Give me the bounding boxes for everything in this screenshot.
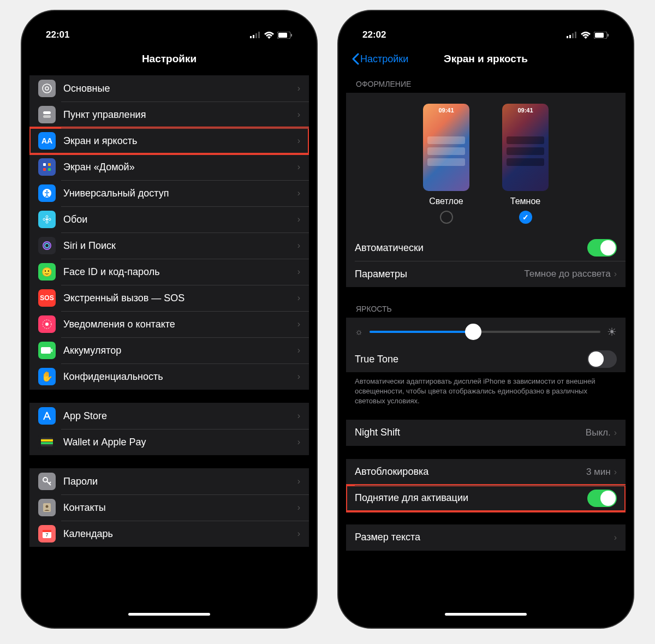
cal-icon: 7 [38, 525, 56, 542]
row-label: Уведомления о контакте [63, 319, 297, 330]
home-indicator[interactable] [445, 613, 527, 616]
access-icon [38, 184, 56, 202]
dark-radio[interactable] [519, 211, 532, 224]
svg-rect-40 [575, 32, 576, 38]
svg-rect-9 [43, 111, 51, 114]
status-indicators [250, 32, 293, 39]
textsize-cell[interactable]: Размер текста › [346, 524, 626, 551]
svg-point-21 [49, 218, 51, 220]
automatic-label: Автоматически [355, 242, 587, 254]
chevron-right-icon: › [297, 136, 300, 146]
svg-point-16 [46, 190, 48, 192]
svg-rect-0 [250, 36, 252, 38]
nav-bar: Настройки [29, 46, 309, 72]
truetone-cell[interactable]: True Tone [346, 346, 626, 372]
settings-row-экстренный-вызов-sos[interactable]: SOSЭкстренный вызов — SOS› [29, 285, 309, 311]
truetone-switch[interactable] [587, 350, 617, 368]
nightshift-cell[interactable]: Night Shift Выкл. › [346, 420, 626, 446]
back-label: Настройки [360, 53, 408, 65]
battery-icon [594, 32, 609, 39]
light-label: Светлое [423, 196, 469, 206]
svg-rect-6 [291, 34, 292, 37]
wifi-icon [264, 32, 274, 39]
autolock-cell[interactable]: Автоблокировка 3 мин › [346, 459, 626, 485]
settings-row-siri-и-поиск[interactable]: Siri и Поиск› [29, 232, 309, 259]
settings-row-уведомления-о-контакте[interactable]: Уведомления о контакте› [29, 311, 309, 337]
battery-icon [38, 342, 56, 359]
screen-right: 22:02 Настройки Экран и яркость ОФОРМЛЕН… [346, 19, 626, 620]
grid-icon [38, 158, 56, 176]
svg-point-19 [46, 221, 48, 223]
svg-rect-38 [569, 35, 571, 38]
svg-rect-2 [255, 33, 257, 38]
automatic-cell[interactable]: Автоматически [346, 235, 626, 261]
light-radio[interactable] [440, 211, 453, 224]
svg-rect-30 [41, 442, 53, 444]
settings-row-универсальный-доступ[interactable]: Универсальный доступ› [29, 180, 309, 206]
settings-row-face-id-и-код-пароль[interactable]: 🙂Face ID и код-пароль› [29, 259, 309, 285]
display-content[interactable]: ОФОРМЛЕНИЕ 09:41 Светлое 09:41 [346, 72, 626, 620]
settings-row-экран-домой-[interactable]: Экран «Домой»› [29, 154, 309, 180]
settings-row-пароли[interactable]: Пароли› [29, 468, 309, 494]
settings-row-пункт-управления[interactable]: Пункт управления› [29, 102, 309, 128]
dots-icon [38, 315, 56, 333]
row-label: Основные [63, 83, 297, 94]
chevron-right-icon: › [297, 503, 300, 512]
raise-to-wake-cell[interactable]: Поднятие для активации [346, 485, 626, 511]
appearance-dark-option[interactable]: 09:41 Темное [502, 104, 549, 224]
options-cell[interactable]: Параметры Темное до рассвета › [346, 261, 626, 287]
textsize-label: Размер текста [355, 532, 614, 543]
raise-to-wake-label: Поднятие для активации [355, 492, 587, 504]
svg-rect-5 [278, 33, 287, 38]
settings-row-экран-и-яркость[interactable]: AAЭкран и яркость› [29, 128, 309, 154]
cellular-icon [250, 32, 261, 38]
svg-point-25 [45, 323, 49, 326]
svg-text:7: 7 [45, 532, 48, 538]
appearance-light-option[interactable]: 09:41 Светлое [423, 104, 469, 224]
hand-icon: ✋ [38, 368, 56, 385]
nav-title: Экран и яркость [444, 53, 528, 65]
svg-point-31 [43, 478, 47, 482]
settings-row-конфиденциальность[interactable]: ✋Конфиденциальность› [29, 363, 309, 390]
row-label: Обои [63, 214, 297, 225]
raise-to-wake-switch[interactable] [587, 490, 617, 507]
brightness-slider[interactable] [370, 331, 600, 333]
settings-row-app-store[interactable]: App Store› [29, 403, 309, 429]
back-button[interactable]: Настройки [352, 53, 408, 65]
battery-icon [277, 32, 293, 39]
chevron-right-icon: › [614, 533, 617, 542]
settings-row-контакты[interactable]: Контакты› [29, 494, 309, 521]
chevron-right-icon: › [297, 162, 300, 172]
cellular-icon [567, 32, 577, 38]
chevron-right-icon: › [297, 437, 300, 447]
settings-row-обои[interactable]: Обои› [29, 206, 309, 232]
SOS-icon: SOS [38, 289, 56, 307]
chevron-right-icon: › [297, 411, 300, 421]
settings-row-аккумулятор[interactable]: Аккумулятор› [29, 337, 309, 363]
svg-rect-12 [48, 163, 51, 166]
settings-row-wallet-и-apple-pay[interactable]: Wallet и Apple Pay› [29, 429, 309, 455]
chevron-right-icon: › [297, 241, 300, 251]
nav-title: Настройки [142, 53, 196, 65]
svg-point-8 [45, 87, 49, 90]
chevron-right-icon: › [297, 529, 300, 539]
svg-point-23 [45, 243, 49, 248]
status-time: 22:02 [362, 29, 386, 40]
chevron-left-icon [352, 53, 359, 65]
row-label: Универсальный доступ [63, 188, 297, 199]
home-indicator[interactable] [128, 613, 210, 616]
row-label: Face ID и код-пароль [63, 266, 297, 278]
settings-row-календарь[interactable]: 7Календарь› [29, 521, 309, 547]
sun-small-icon: ☼ [355, 327, 363, 337]
section-header-brightness: ЯРКОСТЬ [346, 300, 626, 318]
settings-content[interactable]: Основные›Пункт управления›AAЭкран и ярко… [29, 72, 309, 620]
svg-rect-42 [595, 33, 604, 38]
svg-rect-1 [253, 35, 254, 38]
chevron-right-icon: › [297, 476, 300, 486]
row-label: App Store [63, 410, 297, 422]
chevron-right-icon: › [297, 214, 300, 224]
flower-icon [38, 211, 56, 228]
automatic-switch[interactable] [587, 239, 617, 257]
nightshift-label: Night Shift [355, 427, 586, 438]
settings-row-основные[interactable]: Основные› [29, 75, 309, 102]
